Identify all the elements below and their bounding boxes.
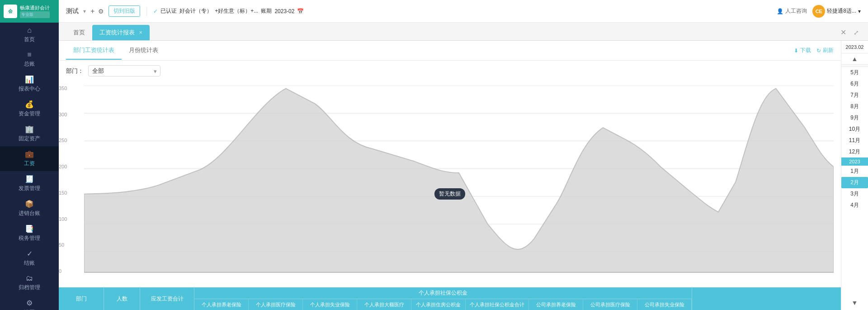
rs-year-2023: 2023 1月 2月 3月 4月 [841, 157, 868, 211]
payroll-icon: 💼 [25, 150, 34, 158]
settings-icon: ⚙ [26, 299, 33, 307]
tab-payroll-label: 工资统计报表 [99, 29, 135, 36]
y-label-0: 0 [59, 268, 77, 274]
col-department: 部门 [59, 287, 104, 310]
rs-month-3[interactable]: 3月 [841, 188, 868, 200]
rs-month-1[interactable]: 1月 [841, 166, 868, 177]
rs-month-12[interactable]: 12月 [841, 146, 868, 157]
sales-icon: 📦 [25, 200, 34, 208]
user-menu[interactable]: CE 轻捷通8适... ▾ [812, 5, 861, 18]
col-personal-bigmedical: 个人承担大额医疗 [357, 299, 411, 310]
download-label: 下载 [800, 47, 811, 54]
sidebar-item-invoices[interactable]: 🧾 发票管理 [0, 171, 59, 196]
col-personal-total: 个人承担社保公积金合计 [466, 299, 529, 310]
rs-down-button[interactable]: ▼ [850, 297, 860, 310]
col-company-pension: 公司承担养老保险 [529, 299, 583, 310]
sidebar-item-payroll[interactable]: 💼 工资 [0, 146, 59, 171]
topbar-add-button[interactable]: + [90, 7, 94, 15]
logo-text: 畅康通好会计 [20, 5, 50, 11]
topbar-dropdown-arrow[interactable]: ▾ [83, 8, 86, 14]
help-label: 人工咨询 [785, 7, 807, 15]
subtab-monthly[interactable]: 月份统计表 [122, 42, 165, 60]
filter-bar: 部门： 全部 财务部 销售部 行政部 技术部 [59, 61, 841, 81]
main-area: 测试 ▾ + ⚙ 切到旧版 ✓ 已认证 好会计（专） +好生意（标）+... 账… [59, 0, 868, 310]
user-dropdown-icon: ▾ [858, 8, 861, 14]
department-select[interactable]: 全部 财务部 销售部 行政部 技术部 [88, 65, 160, 76]
topbar-title: 测试 [66, 7, 79, 15]
sidebar-item-assets[interactable]: 🏢 固定资产 [0, 121, 59, 146]
rs-month-8[interactable]: 8月 [841, 101, 868, 112]
col-personal-unemployment: 个人承担失业保险 [303, 299, 357, 310]
help-button[interactable]: 👤 人工咨询 [777, 7, 807, 15]
sidebar-label-home: 首页 [24, 36, 35, 43]
rs-month-4[interactable]: 4月 [841, 200, 868, 211]
subtabs: 部门工资统计表 月份统计表 ⬇ 下载 ↻ 刷新 [59, 41, 841, 61]
rs-month-7[interactable]: 7月 [841, 90, 868, 101]
rs-month-2-active[interactable]: 2月 [841, 177, 868, 188]
rs-month-6[interactable]: 6月 [841, 78, 868, 90]
y-label-350: 350 [59, 86, 77, 91]
tab-payroll[interactable]: 工资统计报表 × [92, 25, 150, 40]
rs-up-button[interactable]: ▲ [850, 53, 860, 64]
invoices-icon: 🧾 [25, 175, 34, 183]
right-sidebar: 2023.02 ▲ 5月 6月 7月 8月 9月 10月 11月 12月 202… [841, 41, 868, 310]
refresh-button[interactable]: ↻ 刷新 [816, 47, 834, 54]
subtabs-left: 部门工资统计表 月份统计表 [66, 42, 165, 60]
topbar-right: 👤 人工咨询 CE 轻捷通8适... ▾ [777, 5, 861, 18]
sidebar-label-ledger: 总账 [24, 60, 35, 68]
sidebar-label-assets: 固定资产 [19, 135, 40, 143]
sidebar-item-settings[interactable]: ⚙ 设置 [0, 295, 59, 310]
sidebar-item-reports[interactable]: 📊 报表中心 [0, 72, 59, 96]
tab-close-icon[interactable]: × [139, 29, 142, 36]
topbar-status: ✓ 已认证 好会计（专） +好生意（标）+... 账期 2023-02 📅 [153, 7, 304, 15]
department-filter-wrapper: 全部 财务部 销售部 行政部 技术部 [88, 65, 160, 76]
sidebar-item-home[interactable]: ⌂ 首页 [0, 23, 59, 47]
help-icon: 👤 [777, 8, 783, 14]
group-subheaders: 个人承担养老保险 个人承担医疗保险 个人承担失业保险 个人承担大额医疗 个人承担… [194, 299, 692, 310]
y-label-250: 250 [59, 138, 77, 143]
sidebar-label-tax: 税务管理 [19, 234, 40, 242]
rs-year-2023-header[interactable]: 2023 [841, 157, 868, 166]
sidebar-item-tax[interactable]: 📑 税务管理 [0, 221, 59, 246]
user-name: 轻捷通8适... [827, 7, 856, 15]
subtab-department[interactable]: 部门工资统计表 [66, 42, 122, 60]
sidebar-label-settle: 结账 [24, 259, 35, 267]
y-label-100: 100 [59, 216, 77, 222]
main-panel: 部门工资统计表 月份统计表 ⬇ 下载 ↻ 刷新 部门： [59, 41, 841, 310]
rs-month-10[interactable]: 10月 [841, 124, 868, 135]
assets-icon: 🏢 [25, 125, 34, 134]
rs-month-5[interactable]: 5月 [841, 67, 868, 78]
group-header-label: 个人承担社保公积金 [194, 287, 692, 299]
sidebar-label-funds: 资金管理 [19, 110, 40, 118]
chart-area: 350 300 250 200 150 100 50 0 [59, 81, 841, 287]
rs-current-date: 2023.02 [846, 44, 864, 50]
sidebar-label-invoices: 发票管理 [19, 185, 40, 192]
business-label: +好生意（标）+... [215, 7, 258, 15]
reports-icon: 📊 [25, 75, 34, 84]
sidebar-item-archive[interactable]: 🗂 归档管理 [0, 271, 59, 295]
tab-home-label: 首页 [73, 29, 85, 36]
rs-month-9[interactable]: 9月 [841, 112, 868, 124]
rs-month-11[interactable]: 11月 [841, 135, 868, 146]
funds-icon: 💰 [25, 100, 34, 109]
sidebar-label-archive: 归档管理 [19, 284, 40, 291]
rs-year-2025: 5月 6月 7月 8月 9月 10月 11月 12月 [841, 64, 868, 157]
download-button[interactable]: ⬇ 下载 [794, 47, 811, 54]
calendar-icon[interactable]: 📅 [297, 8, 304, 14]
sidebar-item-funds[interactable]: 💰 资金管理 [0, 96, 59, 121]
rs-date-display: 2023.02 [841, 41, 868, 53]
col-group-personal: 个人承担社保公积金 个人承担养老保险 个人承担医疗保险 个人承担失业保险 个人承… [194, 287, 692, 310]
topbar-settings-button[interactable]: ⚙ [98, 8, 104, 15]
window-close-button[interactable]: ✕ [839, 26, 848, 38]
y-label-150: 150 [59, 190, 77, 196]
sidebar-item-sales[interactable]: 📦 进销台账 [0, 196, 59, 221]
content-area: 部门工资统计表 月份统计表 ⬇ 下载 ↻ 刷新 部门： [59, 41, 868, 310]
tab-home[interactable]: 首页 [66, 25, 92, 40]
sidebar-item-ledger[interactable]: ≡ 总账 [0, 47, 59, 72]
window-maximize-button[interactable]: ⤢ [852, 27, 861, 38]
home-icon: ⌂ [27, 26, 32, 34]
topbar-actions: + ⚙ [90, 7, 104, 15]
switch-old-version-button[interactable]: 切到旧版 [108, 5, 140, 17]
refresh-label: 刷新 [823, 47, 834, 54]
sidebar-item-settle[interactable]: ✓ 结账 [0, 246, 59, 271]
